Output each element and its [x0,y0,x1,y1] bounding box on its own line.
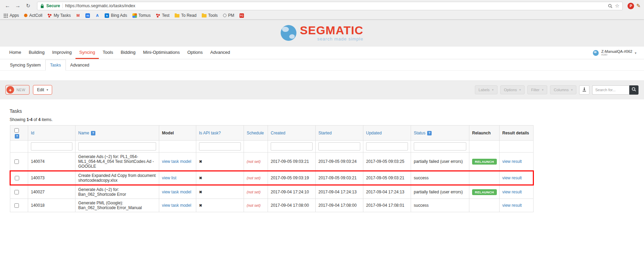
cell-started: 2017-09-04 17:24:13 [316,185,363,199]
nav-item-tools[interactable]: Tools [99,47,117,59]
column-header-select: ? [10,125,28,141]
bookmark-item[interactable]: PM [223,13,234,18]
filter-dropdown-button[interactable]: Filter▾ [527,85,547,94]
test-icon [156,13,160,18]
help-icon[interactable]: ? [427,131,432,135]
new-button[interactable]: + NEW [5,85,30,95]
bookmark-label: To Read [181,13,197,18]
zoom-icon[interactable] [608,4,612,8]
nav-item-improving[interactable]: Improving [48,47,75,59]
nav-item-building[interactable]: Building [25,47,48,59]
cross-icon: ✖ [199,176,202,180]
cell-name: Generate Ads (~2) for: Ban_062_Shortcode… [75,185,159,199]
column-header-started: Started [316,125,363,141]
extension-pencil-icon[interactable]: ✎ [636,3,641,9]
column-header-label[interactable]: Schedule [247,131,264,135]
model-link[interactable]: view list [162,176,176,180]
column-header-label[interactable]: Created [271,131,285,135]
nav-item-options[interactable]: Options [184,47,207,59]
options-dropdown-button[interactable]: Options▾ [500,85,525,94]
filter-input-is-api-task[interactable] [199,142,241,151]
nav-item-home[interactable]: Home [5,47,25,59]
user-sub-label: #280 [601,53,632,57]
help-icon[interactable]: ? [91,131,95,135]
nav-item-mini-optimisations[interactable]: Mini-Optimisations [139,47,184,59]
cell-relaunch: RELAUNCH [469,185,500,199]
bookmark-item[interactable]: M [76,13,80,18]
bookmark-item[interactable]: To Read [175,13,197,18]
filter-cell-schedule [244,141,268,153]
cross-icon: ✖ [199,203,202,207]
download-button[interactable] [579,85,589,95]
user-menu[interactable]: Z-ManualQA-#062 #280 ▾ [593,47,639,59]
row-checkbox[interactable] [14,203,19,208]
bookmark-star-icon[interactable]: ☆ [615,3,619,9]
browser-forward-button[interactable]: → [14,2,22,10]
filter-input-id[interactable] [31,142,72,151]
filter-input-name[interactable] [78,142,156,151]
bookmark-item[interactable]: bBing Ads [105,13,127,18]
bookmark-item[interactable]: 31 [85,13,90,18]
cell-id: 140018 [28,199,75,212]
secure-lock-icon [40,4,44,8]
search-input[interactable] [592,85,629,95]
browser-back-button[interactable]: ← [3,2,12,10]
filter-cell-result-details [500,141,534,153]
model-link[interactable]: view task model [162,203,191,208]
bookmark-item[interactable]: Tomus [132,13,151,18]
extension-p-icon[interactable]: P [628,3,634,9]
row-checkbox[interactable] [15,176,19,180]
search-button[interactable] [629,85,639,95]
filter-input-status[interactable] [414,142,466,151]
view-result-link[interactable]: view result [502,203,522,208]
column-header-label[interactable]: Id [31,131,34,135]
nav-item-syncing[interactable]: Syncing [75,47,99,59]
view-result-link[interactable]: view result [502,176,522,180]
row-checkbox[interactable] [14,190,19,194]
table-filter-row [10,141,534,153]
subnav-item-tasks[interactable]: Tasks [45,60,66,71]
model-link[interactable]: view task model [162,159,191,164]
nav-item-bidding[interactable]: Bidding [117,47,139,59]
relaunch-button[interactable]: RELAUNCH [472,159,497,165]
browser-reload-button[interactable]: ↻ [24,2,32,10]
bookmark-item[interactable]: Apps [3,13,19,18]
address-bar[interactable]: Secure https://tomus.segmatic.io/tasks/i… [37,2,623,10]
nav-item-advanced[interactable]: Advanced [207,47,234,59]
cell-result-details: view result [500,185,534,199]
column-header-label: Model [162,131,174,135]
grid-toolbar: + NEW Edit ▾ Labels▾Options▾Filter▾Colum… [0,80,644,99]
relaunch-button[interactable]: RELAUNCH [472,189,497,195]
view-result-link[interactable]: view result [502,159,522,164]
filter-input-updated[interactable] [366,142,408,151]
row-checkbox[interactable] [14,159,19,164]
column-header-label[interactable]: Updated [366,131,382,135]
bookmark-item[interactable]: My Tasks [47,13,71,18]
filter-input-started[interactable] [318,142,360,151]
column-header-label[interactable]: Is API task? [199,131,221,135]
labels-dropdown-button[interactable]: Labels▾ [475,85,497,94]
edit-dropdown-button[interactable]: Edit ▾ [33,85,52,95]
tomus-icon [132,13,137,18]
subnav-item-advanced[interactable]: Advanced [66,60,94,70]
filter-cell-started [316,141,363,153]
column-header-label[interactable]: Status [414,131,425,135]
model-link[interactable]: view task model [162,190,191,194]
subnav-item-syncing-system[interactable]: Syncing System [5,60,45,70]
bookmark-item[interactable]: Tools [202,13,218,18]
bookmark-item[interactable]: ActColl [24,13,42,18]
bookmark-label: Tomus [139,13,151,18]
cell-created: 2017-09-04 17:08:00 [268,199,316,212]
columns-dropdown-button[interactable]: Columns▾ [550,85,576,94]
view-result-link[interactable]: view result [502,190,522,194]
select-all-checkbox[interactable] [14,128,19,133]
bookmark-item[interactable]: Test [156,13,169,18]
bookmark-item[interactable]: A [95,13,99,18]
column-header-label[interactable]: Name [78,131,89,135]
column-header-label[interactable]: Started [318,131,332,135]
help-icon[interactable]: ? [15,134,19,139]
filter-input-created[interactable] [271,142,313,151]
bookmark-item[interactable]: TC [239,13,244,18]
cell-created: 2017-09-05 09:03:21 [268,153,316,171]
cross-icon: ✖ [199,190,202,194]
